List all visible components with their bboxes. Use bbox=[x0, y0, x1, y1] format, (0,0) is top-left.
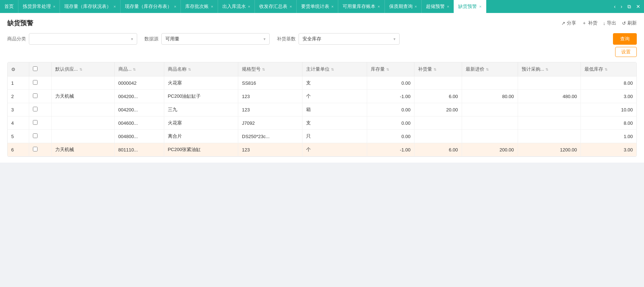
cell-min_stock: 3.00 bbox=[581, 90, 636, 103]
share-action[interactable]: ↗ 分享 bbox=[561, 20, 576, 26]
tab-item-8[interactable]: 可用量库存账本× bbox=[338, 0, 384, 13]
cell-replenish_qty: 6.00 bbox=[414, 143, 462, 156]
col-header-product_code[interactable]: 商品...⇅ bbox=[114, 62, 164, 76]
table-row: 3004200...三九123箱0.0020.0010.00 bbox=[8, 103, 636, 116]
col-header-product_name[interactable]: 商品名称⇅ bbox=[164, 62, 238, 76]
main-content: 缺货预警 ↗ 分享 ＋ 补货 ↓ 导出 ↺ 刷新 商品分类 bbox=[0, 13, 644, 163]
tab-item-11[interactable]: 缺货预警× bbox=[454, 0, 486, 13]
sort-latest_price[interactable]: 最新进价⇅ bbox=[466, 66, 489, 72]
sort-default_supplier[interactable]: 默认供应...⇅ bbox=[55, 66, 82, 72]
tab-item-1[interactable]: 拣货异常处理× bbox=[18, 0, 60, 13]
category-select[interactable]: ▾ bbox=[29, 33, 137, 45]
col-header-estimated_purchase[interactable]: 预计采购...⇅ bbox=[518, 62, 581, 76]
sort-min_stock[interactable]: 最低库存⇅ bbox=[584, 66, 608, 72]
cell-checkbox[interactable] bbox=[29, 116, 51, 130]
settings-button[interactable]: 设置 bbox=[615, 47, 637, 57]
cell-checkbox[interactable] bbox=[29, 76, 51, 90]
window-close[interactable]: ✕ bbox=[634, 3, 643, 10]
sort-product_name[interactable]: 商品名称⇅ bbox=[168, 66, 191, 72]
replenish-base-chevron-icon: ▾ bbox=[393, 37, 396, 41]
tab-item-7[interactable]: 要货单统计表× bbox=[297, 0, 338, 13]
tab-nav-right[interactable]: › bbox=[618, 3, 625, 10]
tab-close-icon[interactable]: × bbox=[113, 4, 116, 9]
row-checkbox[interactable] bbox=[33, 80, 38, 85]
cell-product_code: 004800... bbox=[114, 130, 164, 143]
row-checkbox[interactable] bbox=[33, 93, 38, 98]
tab-close-icon[interactable]: × bbox=[211, 4, 213, 9]
cell-latest_price bbox=[462, 116, 518, 130]
cell-num: 2 bbox=[8, 90, 29, 103]
datasource-filter-group: 数据源 可用量 ▾ bbox=[144, 33, 270, 45]
replenish-base-select[interactable]: 安全库存 ▾ bbox=[299, 33, 400, 45]
row-checkbox[interactable] bbox=[33, 120, 38, 125]
col-header-checkbox bbox=[29, 62, 51, 76]
cell-checkbox[interactable] bbox=[29, 143, 51, 156]
table-header: ⚙默认供应...⇅商品...⇅商品名称⇅规格型号⇅主计量单位⇅库存量⇅补货量⇅最… bbox=[8, 62, 636, 76]
tab-item-0[interactable]: 首页 bbox=[0, 0, 18, 13]
cell-product_name: 三九 bbox=[164, 103, 238, 116]
col-header-replenish_qty[interactable]: 补货量⇅ bbox=[414, 62, 462, 76]
tab-close-icon[interactable]: × bbox=[174, 4, 176, 9]
tab-item-4[interactable]: 库存批次账× bbox=[181, 0, 218, 13]
cell-product_name: PC200张紧油缸 bbox=[164, 143, 238, 156]
gear-icon[interactable]: ⚙ bbox=[11, 67, 16, 72]
sort-stock[interactable]: 库存量⇅ bbox=[371, 66, 389, 72]
tab-label: 现存量（库存分布表） bbox=[125, 3, 172, 10]
cell-checkbox[interactable] bbox=[29, 90, 51, 103]
col-label-product_name: 商品名称 bbox=[168, 66, 187, 72]
sort-product_code[interactable]: 商品...⇅ bbox=[118, 66, 136, 72]
cell-checkbox[interactable] bbox=[29, 130, 51, 143]
cell-estimated_purchase bbox=[518, 76, 581, 90]
col-header-default_supplier[interactable]: 默认供应...⇅ bbox=[51, 62, 114, 76]
cell-latest_price: 200.00 bbox=[462, 143, 518, 156]
row-checkbox[interactable] bbox=[33, 147, 38, 151]
tab-close-icon[interactable]: × bbox=[415, 4, 417, 9]
tab-close-icon[interactable]: × bbox=[479, 4, 481, 9]
col-header-latest_price[interactable]: 最新进价⇅ bbox=[462, 62, 518, 76]
sort-icon-spec: ⇅ bbox=[262, 67, 265, 71]
tab-close-icon[interactable]: × bbox=[248, 4, 250, 9]
cell-checkbox[interactable] bbox=[29, 103, 51, 116]
tab-close-icon[interactable]: × bbox=[331, 4, 334, 9]
sort-unit[interactable]: 主计量单位⇅ bbox=[306, 66, 334, 72]
table-row: 10000042火花塞SS816支0.008.00 bbox=[8, 76, 636, 90]
tab-item-2[interactable]: 现存量（库存状况表）× bbox=[60, 0, 120, 13]
filter-action-buttons: 查询 设置 bbox=[613, 33, 637, 57]
row-checkbox[interactable] bbox=[33, 107, 38, 111]
sort-estimated_purchase[interactable]: 预计采购...⇅ bbox=[522, 66, 549, 72]
select-all-checkbox[interactable] bbox=[33, 66, 38, 71]
tab-item-3[interactable]: 现存量（库存分布表）× bbox=[121, 0, 181, 13]
tab-close-icon[interactable]: × bbox=[53, 4, 55, 9]
tab-nav-left[interactable]: ‹ bbox=[612, 3, 618, 10]
col-header-unit[interactable]: 主计量单位⇅ bbox=[303, 62, 367, 76]
col-header-stock[interactable]: 库存量⇅ bbox=[367, 62, 414, 76]
datasource-select[interactable]: 可用量 ▾ bbox=[161, 33, 270, 45]
tab-label: 首页 bbox=[4, 3, 14, 10]
cell-estimated_purchase bbox=[518, 103, 581, 116]
sort-spec[interactable]: 规格型号⇅ bbox=[242, 66, 265, 72]
export-action[interactable]: ↓ 导出 bbox=[603, 20, 617, 26]
window-restore[interactable]: ⧉ bbox=[625, 3, 633, 10]
tab-item-9[interactable]: 保质期查询× bbox=[385, 0, 422, 13]
replenish-action[interactable]: ＋ 补货 bbox=[582, 20, 597, 26]
col-header-spec[interactable]: 规格型号⇅ bbox=[238, 62, 303, 76]
tab-item-6[interactable]: 收发存汇总表× bbox=[255, 0, 296, 13]
refresh-action[interactable]: ↺ 刷新 bbox=[622, 20, 637, 26]
table-row: 2力天机械004200...PC200油缸缸子123个-1.006.0080.0… bbox=[8, 90, 636, 103]
col-header-min_stock[interactable]: 最低库存⇅ bbox=[581, 62, 636, 76]
tab-item-5[interactable]: 出入库流水× bbox=[218, 0, 255, 13]
tab-nav-buttons: ‹ › ⧉ ✕ bbox=[610, 3, 644, 10]
tab-item-10[interactable]: 超储预警× bbox=[422, 0, 454, 13]
row-checkbox[interactable] bbox=[33, 133, 38, 138]
tab-label: 要货单统计表 bbox=[301, 3, 329, 10]
table-row: 6力天机械801110...PC200张紧油缸123个-1.006.00200.… bbox=[8, 143, 636, 156]
table-row: 4004600...火花塞J7092支0.008.00 bbox=[8, 116, 636, 130]
cell-stock: -1.00 bbox=[367, 143, 414, 156]
cell-num: 3 bbox=[8, 103, 29, 116]
cell-unit: 只 bbox=[303, 130, 367, 143]
query-button[interactable]: 查询 bbox=[613, 33, 637, 45]
tab-close-icon[interactable]: × bbox=[447, 4, 449, 9]
tab-close-icon[interactable]: × bbox=[290, 4, 292, 9]
tab-close-icon[interactable]: × bbox=[378, 4, 380, 9]
sort-replenish_qty[interactable]: 补货量⇅ bbox=[418, 66, 436, 72]
